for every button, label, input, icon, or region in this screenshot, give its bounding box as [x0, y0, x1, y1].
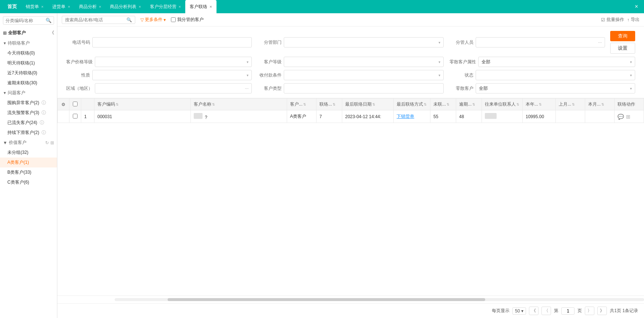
filter-manager-input[interactable]: ···	[476, 37, 605, 47]
sidebar-section-problem[interactable]: ▼ 问题客户	[0, 88, 57, 98]
close-customercontact-icon[interactable]: ×	[210, 4, 212, 9]
th-contact[interactable]: 联络... ⇅	[316, 99, 342, 110]
export-btn[interactable]: ↑ 导出	[627, 17, 640, 23]
th-unitcontact[interactable]: 往来单位联系人 ⇅	[482, 99, 523, 110]
filter-retail-attr: 零散客户属性 全部 ▾	[447, 55, 638, 68]
filter-status-select[interactable]: ▾	[476, 70, 635, 80]
sort-name-icon: ⇅	[212, 103, 215, 106]
td-check[interactable]	[69, 110, 81, 123]
sidebar-search-box[interactable]: 🔍	[3, 16, 54, 25]
arrow-down3-icon: ▼	[3, 140, 7, 145]
refresh-icon[interactable]: ↻	[45, 140, 49, 145]
th-action: 联络动作	[615, 99, 644, 110]
nav-customercontact[interactable]: 客户联络 ×	[185, 0, 216, 13]
prev-page-btn[interactable]: 〈	[541, 307, 551, 315]
th-gear[interactable]: ⚙	[58, 99, 69, 110]
next-page-btn[interactable]: 〉	[585, 307, 594, 315]
filter-region: 区域（地区） ···	[63, 82, 255, 95]
filter-region-select[interactable]: ···	[95, 83, 252, 93]
close-all-icon[interactable]: ×	[632, 3, 641, 10]
customer-table: ⚙ 客户编码 ⇅ 客户名称 ⇅	[57, 98, 644, 123]
collapse-icon[interactable]: 《	[50, 30, 54, 36]
td-notcontacted: 55	[430, 110, 456, 123]
qrcode-icon[interactable]: ⊞	[626, 114, 630, 120]
filter-payment-select[interactable]: ▾	[284, 70, 443, 80]
export-icon: ↑	[627, 17, 629, 22]
sidebar-search-input[interactable]	[6, 18, 46, 23]
filter-search-input[interactable]	[65, 17, 126, 22]
select-all-checkbox[interactable]	[73, 102, 78, 106]
td-lastmethod[interactable]: 下销货单	[394, 110, 430, 123]
filter-search-box[interactable]: 🔍	[62, 16, 135, 24]
query-button[interactable]: 查询	[610, 31, 635, 41]
my-customer-checkbox-label[interactable]: 我分管的客户	[171, 17, 204, 23]
sidebar-item-churnwarn[interactable]: 流失预警客户(3) ⓘ	[0, 108, 57, 118]
my-customer-checkbox[interactable]	[171, 17, 176, 22]
th-lastdate[interactable]: 最后联络日期 ⇅	[342, 99, 394, 110]
sidebar-item-7days[interactable]: 近7天待联络(0)	[0, 68, 57, 78]
close-purchaseorder-icon[interactable]: ×	[68, 4, 70, 9]
sidebar-item-bclass[interactable]: B类客户(33)	[0, 167, 57, 177]
th-checkbox[interactable]	[69, 99, 81, 110]
sidebar-section-value[interactable]: ▼ 价值客户 ↻ ⊞	[0, 138, 57, 148]
page-size-select[interactable]: 50 ▾	[512, 307, 526, 315]
filter-icon: ▽	[140, 17, 144, 22]
sidebar-item-overdue[interactable]: 逾期未联络(30)	[0, 78, 57, 88]
horizontal-scrollbar[interactable]	[168, 298, 485, 301]
filter-nature-select[interactable]: ▾	[92, 70, 252, 80]
th-code[interactable]: 客户编码 ⇅	[94, 99, 191, 110]
td-unitcontact	[482, 110, 523, 123]
caret-dept-icon: ▾	[439, 40, 440, 45]
sidebar-section-pending[interactable]: ▼ 待联络客户	[0, 38, 57, 48]
last-page-btn[interactable]: 》	[597, 307, 607, 315]
filter-customertype-input[interactable]	[284, 83, 443, 93]
page-number-input[interactable]	[561, 307, 575, 315]
nav-home[interactable]: 首页	[3, 0, 21, 13]
sidebar-item-declining[interactable]: 持续下滑客户(2) ⓘ	[0, 128, 57, 138]
sidebar-item-cclass[interactable]: C类客户(6)	[0, 177, 57, 187]
filter-dept-select[interactable]: ▾	[284, 37, 443, 47]
sidebar-item-churned[interactable]: 已流失客户(24) ⓘ	[0, 118, 57, 128]
bulk-ops-btn[interactable]: ☑ 批量操作	[601, 17, 624, 23]
sidebar-all-customers[interactable]: ⊞ 全部客户 《	[0, 28, 57, 38]
sidebar-item-ungroup[interactable]: 未分组(32)	[0, 148, 57, 158]
th-lastmonth[interactable]: 上月... ⇅	[556, 99, 585, 110]
filter-pricelevel-select[interactable]: ▾	[95, 57, 252, 67]
more-conditions-btn[interactable]: ▽ 更多条件 ▾	[138, 15, 168, 24]
sidebar-item-aclass[interactable]: A类客户(1)	[0, 158, 57, 167]
sidebar-item-today[interactable]: 今天待联络(0)	[0, 48, 57, 58]
close-productanalysis-icon[interactable]: ×	[99, 4, 101, 9]
sidebar-item-tomorrow[interactable]: 明天待联络(1)	[0, 58, 57, 68]
sidebar-item-hoarding[interactable]: 囤购异常客户(2) ⓘ	[0, 98, 57, 108]
comment-icon[interactable]: 💬	[618, 114, 624, 120]
nav-productanalysislist[interactable]: 商品分析列表 ×	[105, 0, 145, 13]
filter-retail-select[interactable]: 全部 ▾	[476, 83, 635, 93]
settings-button[interactable]: 设置	[610, 43, 635, 54]
first-page-btn[interactable]: 《	[529, 307, 539, 315]
row-checkbox[interactable]	[73, 114, 78, 119]
filter-retail-attr-select[interactable]: 全部 ▾	[478, 57, 635, 67]
info-icon: ⓘ	[42, 100, 46, 105]
th-notcontacted[interactable]: 未联... ⇅	[430, 99, 456, 110]
th-thisyear[interactable]: 本年... ⇅	[523, 99, 556, 110]
edit-icon[interactable]: ⊞	[50, 140, 54, 145]
nav-salesorder[interactable]: 销货单 ×	[21, 0, 48, 13]
nav-purchaseorder[interactable]: 进货单 ×	[48, 0, 74, 13]
filter-phone-input[interactable]	[92, 37, 252, 47]
th-level[interactable]: 客户... ⇅	[287, 99, 316, 110]
sort-contact-icon: ⇅	[333, 103, 336, 106]
info4-icon: ⓘ	[42, 130, 46, 135]
nav-productanalysis[interactable]: 商品分析 ×	[75, 0, 105, 13]
last-method-link[interactable]: 下销货单	[397, 114, 414, 119]
nav-customersegment[interactable]: 客户分层经营 ×	[146, 0, 185, 13]
th-overdue[interactable]: 逾期... ⇅	[456, 99, 482, 110]
close-customersegment-icon[interactable]: ×	[179, 4, 181, 9]
th-lastmethod[interactable]: 最后联络方式 ⇅	[394, 99, 430, 110]
th-name[interactable]: 客户名称 ⇅	[191, 99, 287, 110]
close-productanalysislist-icon[interactable]: ×	[139, 4, 141, 9]
filter-customerlevel-select[interactable]: ▾	[284, 57, 443, 67]
close-salesorder-icon[interactable]: ×	[41, 4, 43, 9]
filter-manager-row: 分管人员 ··· 查询 设置	[447, 29, 638, 55]
sort-unitcontact-icon: ⇅	[516, 103, 519, 106]
th-thismonth[interactable]: 本月... ⇅	[585, 99, 615, 110]
